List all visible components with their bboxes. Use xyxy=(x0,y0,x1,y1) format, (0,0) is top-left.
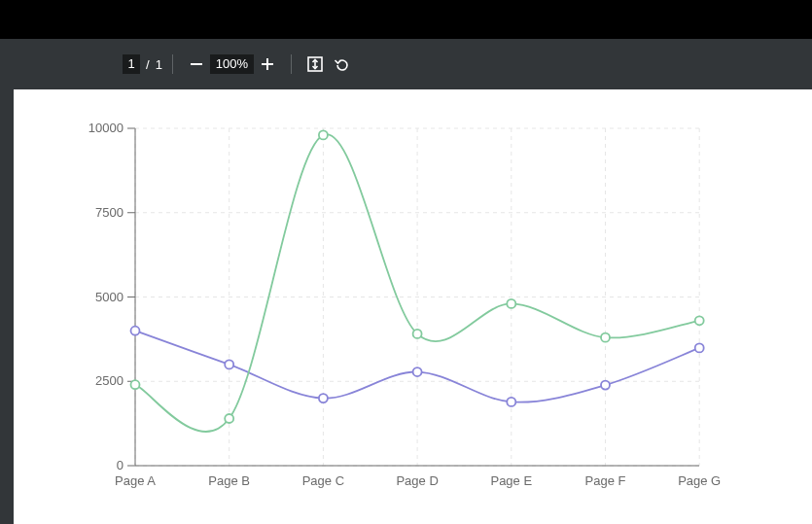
y-tick-label: 2500 xyxy=(95,373,124,388)
svg-rect-0 xyxy=(191,63,202,65)
rotate-icon xyxy=(334,55,351,73)
y-tick-label: 0 xyxy=(117,458,124,472)
fit-page-icon xyxy=(306,55,324,73)
chart-point-uv xyxy=(131,327,140,335)
page-separator: / xyxy=(146,57,150,72)
zoom-in-button[interactable] xyxy=(254,51,281,78)
chart-point-uv xyxy=(413,367,422,376)
chart-point-pv xyxy=(225,414,233,423)
window-titlebar xyxy=(0,0,812,39)
x-tick-label: Page A xyxy=(115,473,156,488)
pdf-page: 025005000750010000Page APage BPage CPage… xyxy=(14,89,812,524)
y-tick-label: 10000 xyxy=(88,121,124,135)
chart-point-pv xyxy=(601,333,610,342)
x-tick-label: Page E xyxy=(490,473,532,488)
chart-point-uv xyxy=(695,343,704,352)
y-tick-label: 5000 xyxy=(95,290,124,304)
svg-rect-2 xyxy=(266,58,268,70)
x-tick-label: Page D xyxy=(396,473,438,488)
toolbar-separator xyxy=(291,54,292,74)
chart-point-pv xyxy=(507,299,515,308)
x-tick-label: Page B xyxy=(208,473,250,488)
page-total: 1 xyxy=(156,57,162,72)
plus-icon xyxy=(261,57,274,71)
pdf-toolbar: / 1 100% xyxy=(0,39,812,89)
rotate-button[interactable] xyxy=(329,51,356,78)
toolbar-separator xyxy=(172,54,173,74)
viewer-root: / 1 100% xyxy=(0,0,812,524)
chart-point-uv xyxy=(601,381,610,390)
chart-point-pv xyxy=(695,316,704,325)
fit-page-button[interactable] xyxy=(301,51,329,78)
x-tick-label: Page G xyxy=(678,473,721,488)
line-chart: 025005000750010000Page APage BPage CPage… xyxy=(14,89,812,524)
chart-point-uv xyxy=(507,398,515,406)
chart-point-pv xyxy=(413,330,422,338)
chart-point-pv xyxy=(319,130,328,139)
sidebar-gap xyxy=(0,89,14,524)
page-number-input[interactable] xyxy=(123,54,140,74)
chart-point-uv xyxy=(225,360,233,368)
chart-point-pv xyxy=(131,380,140,389)
zoom-out-button[interactable] xyxy=(183,51,210,78)
y-tick-label: 7500 xyxy=(95,205,124,220)
minus-icon xyxy=(190,57,203,71)
x-tick-label: Page F xyxy=(585,473,626,488)
chart-point-uv xyxy=(319,394,328,402)
zoom-level: 100% xyxy=(210,54,254,74)
x-tick-label: Page C xyxy=(302,473,344,488)
